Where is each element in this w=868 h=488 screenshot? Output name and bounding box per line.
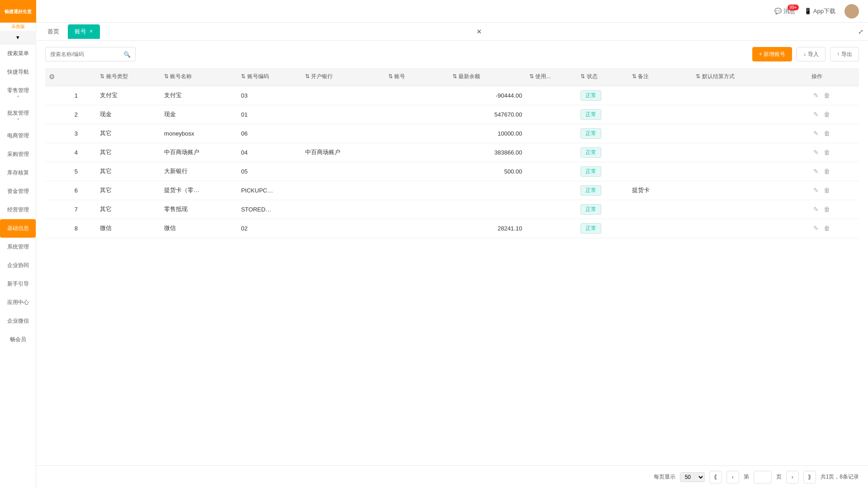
row-bank-7 [302, 219, 385, 238]
row-name-1: 现金 [160, 105, 237, 124]
col-settlement-header[interactable]: ⇅ 默认结算方式 [692, 68, 807, 86]
edit-button-1[interactable]: ✎ [811, 111, 821, 118]
col-note-header[interactable]: ⇅ 备注 [628, 68, 693, 86]
last-page-button[interactable]: ⟫ [803, 471, 816, 483]
delete-button-2[interactable]: 🗑 [822, 130, 832, 137]
edit-button-5[interactable]: ✎ [811, 187, 821, 194]
edit-button-7[interactable]: ✎ [811, 225, 821, 232]
delete-button-5[interactable]: 🗑 [822, 187, 832, 194]
sidebar-item-inventory[interactable]: 库存核算 [0, 164, 36, 182]
row-code-5: PICKUPC… [237, 181, 302, 200]
row-gear-3 [45, 143, 71, 162]
row-gear-0 [45, 86, 71, 105]
delete-button-7[interactable]: 🗑 [822, 225, 832, 232]
page-label: 第 [744, 473, 749, 481]
tab-home-label: 首页 [47, 28, 59, 36]
row-action-3: ✎ 🗑 [808, 143, 859, 162]
maximize-icon[interactable]: ⤢ [858, 28, 863, 35]
row-settlement-2 [692, 124, 807, 143]
table-row: 4 其它 中百商场账户 04 中百商场账户 383866.00 正常 ✎ 🗑 [45, 143, 859, 162]
row-name-4: 大新银行 [160, 162, 237, 181]
col-usage-header[interactable]: ⇅ 使用... [526, 68, 577, 86]
tab-accounts[interactable]: 账号 ✕ [68, 24, 100, 39]
tab-home[interactable]: 首页 [41, 24, 66, 39]
close-window-icon[interactable]: ✕ [476, 28, 482, 35]
row-balance-7: 28241.10 [449, 219, 526, 238]
edit-button-2[interactable]: ✎ [811, 130, 821, 137]
sidebar-item-quick-nav[interactable]: 快捷导航 [0, 63, 36, 81]
row-bank-0 [302, 86, 385, 105]
row-type-7: 微信 [96, 219, 160, 238]
pagination-bar: 每页显示 50 10 20 100 ⟪ ‹ 第 1 页 › ⟫ 共1页，8条记录 [36, 465, 868, 488]
search-box[interactable]: 🔍 [45, 47, 136, 61]
row-name-0: 支付宝 [160, 86, 237, 105]
row-name-7: 微信 [160, 219, 237, 238]
row-note-4 [628, 162, 693, 181]
chevron-down-icon: ▾ [0, 117, 36, 121]
row-code-0: 03 [237, 86, 302, 105]
page-size-select[interactable]: 50 10 20 100 [680, 472, 705, 482]
row-account-1 [385, 105, 449, 124]
first-page-button[interactable]: ⟪ [709, 471, 722, 483]
sidebar-item-wholesale-mgmt[interactable]: 批发管理 ▾ [0, 104, 36, 127]
edit-button-0[interactable]: ✎ [811, 92, 821, 99]
row-code-7: 02 [237, 219, 302, 238]
message-button[interactable]: 💬 消息 99+ [774, 7, 795, 15]
col-type-header[interactable]: ⇅ 账号类型 [96, 68, 160, 86]
col-account-header[interactable]: ⇅ 账号 [385, 68, 449, 86]
add-account-button[interactable]: + 新增账号 [752, 47, 792, 61]
page-number-input[interactable]: 1 [754, 471, 772, 483]
export-button[interactable]: ↑ 导出 [830, 47, 859, 61]
edit-button-4[interactable]: ✎ [811, 168, 821, 175]
sidebar-item-app-center[interactable]: 应用中心 [0, 293, 36, 312]
delete-button-6[interactable]: 🗑 [822, 206, 832, 213]
row-num-0: 1 [71, 86, 97, 105]
row-account-5 [385, 181, 449, 200]
row-type-0: 支付宝 [96, 86, 160, 105]
import-button[interactable]: ↓ 导入 [797, 47, 826, 61]
delete-button-1[interactable]: 🗑 [822, 111, 832, 118]
toolbar-right: + 新增账号 ↓ 导入 ↑ 导出 [752, 47, 859, 61]
delete-button-4[interactable]: 🗑 [822, 168, 832, 175]
col-balance-header[interactable]: ⇅ 最新余额 [449, 68, 526, 86]
app-download-button[interactable]: 📱 App下载 [804, 7, 835, 15]
sidebar-item-enterprise-wechat[interactable]: 企业微信 [0, 312, 36, 330]
col-bank-header[interactable]: ⇅ 开户银行 [302, 68, 385, 86]
prev-page-button[interactable]: ‹ [726, 471, 739, 483]
delete-button-0[interactable]: 🗑 [822, 92, 832, 99]
avatar[interactable] [844, 4, 859, 19]
col-status-header[interactable]: ⇅ 状态 [577, 68, 628, 86]
col-code-header[interactable]: ⇅ 账号编码 [237, 68, 302, 86]
table-row: 8 微信 微信 02 28241.10 正常 ✎ 🗑 [45, 219, 859, 238]
tab-close-icon[interactable]: ✕ [89, 28, 93, 34]
sidebar-item-retail-mgmt[interactable]: 零售管理 ▾ [0, 81, 36, 104]
search-icon[interactable]: 🔍 [123, 51, 131, 58]
delete-button-3[interactable]: 🗑 [822, 149, 832, 156]
sidebar-item-enterprise-agreement[interactable]: 企业协同 [0, 256, 36, 275]
sidebar-item-members[interactable]: 畅会员 [0, 330, 36, 349]
col-name-header[interactable]: ⇅ 账号名称 [160, 68, 237, 86]
edit-button-6[interactable]: ✎ [811, 206, 821, 213]
row-bank-2 [302, 124, 385, 143]
sidebar-item-system-mgmt[interactable]: 系统管理 [0, 238, 36, 256]
sidebar-item-finance-mgmt[interactable]: 资金管理 [0, 182, 36, 201]
edit-button-3[interactable]: ✎ [811, 149, 821, 156]
sidebar-item-new-guide[interactable]: 新手引导 [0, 275, 36, 293]
next-page-button[interactable]: › [786, 471, 799, 483]
row-bank-3: 中百商场账户 [302, 143, 385, 162]
sidebar-item-ops-mgmt[interactable]: 经营管理 [0, 201, 36, 219]
sidebar-item-basic-info[interactable]: 基础信息 [0, 219, 36, 238]
column-settings-button[interactable]: ⚙ [49, 73, 55, 81]
row-usage-5 [526, 181, 577, 200]
search-input[interactable] [50, 51, 123, 57]
sidebar-item-purchase-mgmt[interactable]: 采购管理 [0, 145, 36, 164]
row-bank-6 [302, 200, 385, 219]
row-settlement-0 [692, 86, 807, 105]
sidebar-item-ecommerce-mgmt[interactable]: 电商管理 [0, 127, 36, 145]
row-num-3: 4 [71, 143, 97, 162]
row-code-6: STORED… [237, 200, 302, 219]
table-row: 3 其它 moneybosx 06 10000.00 正常 ✎ 🗑 [45, 124, 859, 143]
row-balance-6 [449, 200, 526, 219]
sidebar-dropdown[interactable]: ▾ [0, 31, 36, 44]
sidebar-item-search-menu[interactable]: 搜索菜单 [0, 44, 36, 63]
